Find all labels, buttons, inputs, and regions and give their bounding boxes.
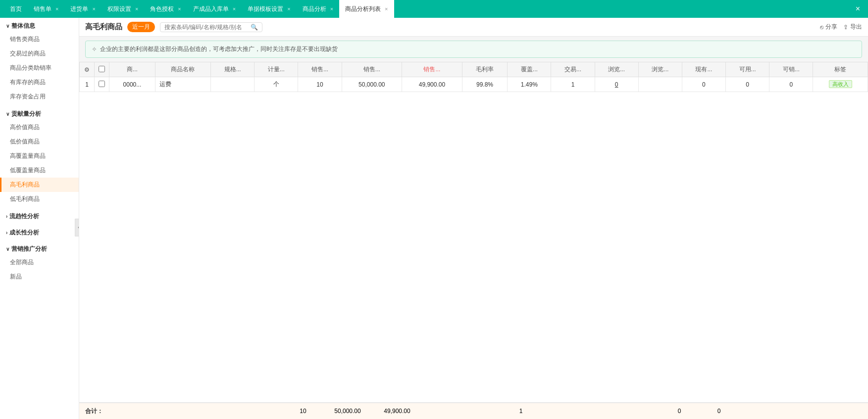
col-unit[interactable]: 计量... (255, 62, 298, 77)
nav-item-template[interactable]: 单据模板设置 × (242, 0, 296, 18)
nav-item-purchase[interactable]: 进货单 × (64, 0, 101, 18)
info-icon: ✧ (92, 46, 97, 53)
close-sales-tab[interactable]: × (55, 6, 58, 12)
sidebar-item-high-margin[interactable]: 高毛利商品 (0, 178, 79, 192)
data-table: ⚙ 商... 商品名称 规格... 计量... 销售... 销售... 销售..… (79, 62, 868, 92)
sidebar-group-trend-title[interactable]: › 流趋性分析 (0, 208, 79, 223)
sidebar-item-low-value[interactable]: 低价值商品 (0, 135, 79, 149)
cell-available-stock: 0 (726, 77, 769, 92)
cell-checkbox[interactable] (95, 77, 109, 92)
arrow-down-icon-2: ∨ (6, 111, 9, 117)
col-sale-qty[interactable]: 销售... (298, 62, 342, 77)
arrow-down-icon-3: ∨ (6, 246, 9, 252)
select-all-checkbox[interactable] (99, 66, 105, 72)
sidebar-item-traded-goods[interactable]: 交易过的商品 (0, 47, 79, 61)
col-current-stock[interactable]: 现有... (682, 62, 725, 77)
sidebar-item-high-value[interactable]: 高价值商品 (0, 120, 79, 135)
search-icon[interactable]: 🔍 (251, 24, 258, 31)
cell-tag: 高收入 (813, 77, 868, 92)
table-footer: 合计： 10 50,000.00 49,900.00 1 0 0 (79, 402, 868, 419)
footer-trade-count: 1 (501, 408, 541, 415)
col-saleable-stock[interactable]: 可销... (769, 62, 813, 77)
sidebar-item-low-margin[interactable]: 低毛利商品 (0, 192, 79, 206)
cell-sale-amount: 50,000.00 (342, 77, 402, 92)
sidebar-item-high-coverage[interactable]: 高覆盖量商品 (0, 149, 79, 163)
nav-item-analysis-list[interactable]: 商品分析列表 × (339, 0, 394, 18)
data-table-container[interactable]: ⚙ 商... 商品名称 规格... 计量... 销售... 销售... 销售..… (79, 62, 868, 402)
table-body: 1 0000... 运费 个 10 50,000.00 49,900.00 99… (80, 77, 868, 92)
close-template-tab[interactable]: × (287, 6, 290, 12)
cell-trade-count: 1 (551, 77, 595, 92)
page-title: 高毛利商品 (85, 22, 122, 32)
col-spec[interactable]: 规格... (211, 62, 255, 77)
sidebar: « ∨ 整体信息 销售类商品 交易过的商品 商品分类助销率 有库存的商品 库存资… (0, 18, 79, 419)
search-input[interactable] (164, 24, 249, 31)
close-analysis-list-tab[interactable]: × (385, 6, 388, 12)
sidebar-item-in-stock[interactable]: 有库存的商品 (0, 75, 79, 90)
sidebar-group-growth-title[interactable]: › 成长性分析 (0, 225, 79, 239)
cell-sale-qty: 10 (298, 77, 342, 92)
close-permissions-tab[interactable]: × (135, 6, 138, 12)
main-layout: « ∨ 整体信息 销售类商品 交易过的商品 商品分类助销率 有库存的商品 库存资… (0, 18, 868, 419)
col-sale-profit[interactable]: 销售... (402, 62, 462, 77)
cell-browse2 (638, 77, 682, 92)
col-sale-amount[interactable]: 销售... (342, 62, 402, 77)
sidebar-group-growth: › 成长性分析 (0, 225, 79, 239)
sidebar-group-marketing-title[interactable]: ∨ 营销推广分析 (0, 241, 79, 255)
col-gross-rate[interactable]: 毛利率 (462, 62, 508, 77)
cell-code: 0000... (109, 77, 155, 92)
col-available-stock[interactable]: 可用... (726, 62, 769, 77)
sidebar-item-capital[interactable]: 库存资金占用 (0, 90, 79, 104)
col-browse2[interactable]: 浏览... (638, 62, 682, 77)
cell-coverage: 1.49% (508, 77, 551, 92)
close-roles-tab[interactable]: × (178, 6, 181, 12)
table-row: 1 0000... 运费 个 10 50,000.00 49,900.00 99… (80, 77, 868, 92)
footer-available-stock: 0 (660, 408, 699, 415)
sidebar-group-trend: › 流趋性分析 (0, 208, 79, 223)
content-area: 高毛利商品 近一月 🔍 ⎋ 分享 ⇪ 导出 ✧ 企业的主要的利润都是这部分商品创… (79, 18, 868, 419)
sidebar-item-new-goods[interactable]: 新品 (0, 270, 79, 284)
sidebar-item-low-coverage[interactable]: 低覆盖量商品 (0, 163, 79, 178)
sidebar-group-overview: ∨ 整体信息 销售类商品 交易过的商品 商品分类助销率 有库存的商品 库存资金占… (0, 18, 79, 104)
sidebar-item-sales-goods[interactable]: 销售类商品 (0, 32, 79, 47)
nav-item-analysis[interactable]: 商品分析 × (297, 0, 339, 18)
col-browse1[interactable]: 浏览... (595, 62, 638, 77)
sidebar-group-contribution-title[interactable]: ∨ 贡献量分析 (0, 106, 79, 120)
sidebar-item-all-goods[interactable]: 全部商品 (0, 255, 79, 270)
cell-saleable-stock: 0 (769, 77, 813, 92)
share-button[interactable]: ⎋ 分享 (820, 23, 837, 31)
sidebar-group-marketing: ∨ 营销推广分析 全部商品 新品 (0, 241, 79, 284)
col-trade-count[interactable]: 交易... (551, 62, 595, 77)
sidebar-item-category-rate[interactable]: 商品分类助销率 (0, 61, 79, 75)
cell-unit: 个 (255, 77, 298, 92)
sidebar-collapse-button[interactable]: « (75, 219, 79, 236)
export-button[interactable]: ⇪ 导出 (843, 23, 862, 31)
nav-item-roles[interactable]: 角色授权 × (144, 0, 187, 18)
col-name[interactable]: 商品名称 (155, 62, 210, 77)
nav-item-sales[interactable]: 销售单 × (28, 0, 64, 18)
nav-item-permissions[interactable]: 权限设置 × (102, 0, 144, 18)
col-settings[interactable]: ⚙ (80, 62, 95, 77)
col-coverage[interactable]: 覆盖... (508, 62, 551, 77)
col-tag[interactable]: 标签 (813, 62, 868, 77)
cell-browse1[interactable]: 0 (595, 77, 638, 92)
footer-sale-qty: 10 (283, 408, 323, 415)
close-products-tab[interactable]: × (233, 6, 236, 12)
sidebar-group-contribution: ∨ 贡献量分析 高价值商品 低价值商品 高覆盖量商品 低覆盖量商品 高毛利商品 … (0, 106, 79, 206)
top-navigation: 首页 销售单 × 进货单 × 权限设置 × 角色授权 × 产成品入库单 × 单据… (0, 0, 868, 18)
arrow-right-icon-2: › (6, 230, 7, 235)
sidebar-group-overview-title[interactable]: ∨ 整体信息 (0, 18, 79, 32)
col-checkbox[interactable] (95, 62, 109, 77)
cell-index: 1 (80, 77, 95, 92)
period-button[interactable]: 近一月 (127, 22, 155, 32)
export-icon: ⇪ (843, 24, 848, 31)
cell-sale-profit: 49,900.00 (402, 77, 462, 92)
close-analysis-tab[interactable]: × (330, 6, 333, 12)
close-purchase-tab[interactable]: × (92, 6, 95, 12)
cell-current-stock: 0 (682, 77, 725, 92)
close-all-tabs[interactable]: × (852, 4, 864, 13)
header-actions: ⎋ 分享 ⇪ 导出 (820, 23, 862, 31)
nav-item-products[interactable]: 产成品入库单 × (187, 0, 242, 18)
nav-item-home[interactable]: 首页 (4, 0, 28, 18)
col-code[interactable]: 商... (109, 62, 155, 77)
